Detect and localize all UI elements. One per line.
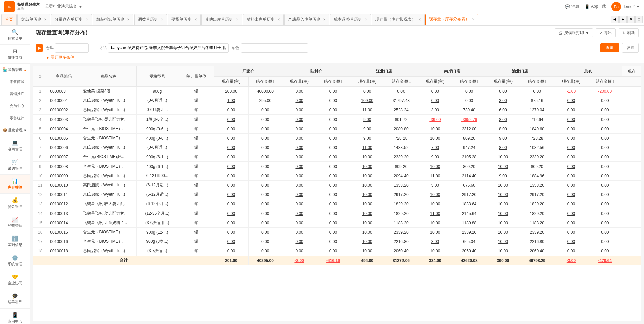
row-qty[interactable]: 0.00	[554, 228, 588, 237]
tab-home[interactable]: 首页	[1, 14, 17, 25]
row-qty[interactable]: 0.00	[282, 143, 316, 152]
row-qty[interactable]: 10.00	[486, 209, 520, 218]
row-qty[interactable]: 11.00	[418, 171, 452, 181]
row-qty[interactable]: 0.00	[486, 87, 520, 96]
row-qty[interactable]: 8.00	[486, 143, 520, 152]
print-btn[interactable]: 🖨 按模板打印 ▼	[555, 28, 593, 37]
row-qty[interactable]: 8.00	[486, 124, 520, 134]
row-qty[interactable]: 0.00	[214, 218, 249, 228]
row-qty[interactable]: 10.00	[418, 190, 452, 199]
sidebar-item-ecommerce[interactable]: 💻 电商管理	[0, 136, 30, 155]
row-qty[interactable]: 6.00	[486, 105, 520, 115]
close-icon[interactable]: ✕	[418, 18, 421, 21]
col-gear[interactable]: ⚙	[33, 66, 47, 87]
row-qty[interactable]: 0.00	[214, 237, 249, 246]
row-qty[interactable]: 9.00	[350, 115, 384, 124]
settings-btn[interactable]: 设置	[622, 43, 639, 53]
sidebar-item-inventory[interactable]: 📊 库存核算	[0, 175, 30, 194]
row-qty[interactable]: 0.00	[214, 162, 249, 171]
sidebar-item-retail[interactable]: 🏪 零售管理 ▲	[0, 64, 30, 76]
row-qty[interactable]: -39.00	[418, 115, 452, 124]
row-qty[interactable]: 0.00	[282, 237, 316, 246]
close-icon[interactable]: ✕	[44, 18, 47, 21]
sidebar-item-collab[interactable]: 🤝 企业协同	[0, 270, 30, 289]
row-qty[interactable]: 10.00	[486, 237, 520, 246]
row-qty[interactable]: 0.00	[214, 105, 249, 115]
row-qty[interactable]: 0.00	[214, 143, 249, 152]
row-qty[interactable]: 0.00	[214, 134, 249, 143]
close-icon[interactable]: ✕	[194, 18, 197, 21]
row-qty[interactable]: 10.00	[350, 218, 384, 228]
row-qty[interactable]: 10.00	[418, 134, 452, 143]
info-icon[interactable]: ℹ	[613, 80, 614, 83]
row-qty[interactable]: 0.00	[214, 171, 249, 181]
close-icon[interactable]: ✕	[323, 18, 326, 21]
row-qty[interactable]: 0.00	[554, 115, 588, 124]
row-qty[interactable]: 10.00	[418, 218, 452, 228]
tab-close-all-btn[interactable]: ✕	[627, 16, 635, 23]
sidebar-item-retail-stats[interactable]: 零售统计	[0, 112, 30, 124]
info-icon[interactable]: ℹ	[341, 80, 342, 83]
row-qty[interactable]: 0.00	[282, 105, 316, 115]
row-qty[interactable]: 0.00	[214, 190, 249, 199]
row-qty[interactable]: 0.00	[282, 228, 316, 237]
info-icon[interactable]: ℹ	[409, 80, 411, 83]
tab-material-out[interactable]: 材料出库单历史 ✕	[243, 14, 284, 25]
row-qty[interactable]: 10.00	[350, 181, 384, 190]
app-download-btn[interactable]: 📱 App下载	[585, 4, 606, 9]
row-qty[interactable]: 10.00	[350, 190, 384, 199]
sidebar-item-basic[interactable]: ℹ️ 基础信息	[0, 232, 30, 251]
row-qty[interactable]: 10.00	[418, 162, 452, 171]
info-icon[interactable]: ℹ	[545, 80, 546, 83]
tab-other-out[interactable]: 其他出库单历史 ✕	[201, 14, 242, 25]
tab-requisition[interactable]: 要货单历史 ✕	[168, 14, 201, 25]
tab-stocktake[interactable]: 盘点单历史 ✕	[17, 14, 50, 25]
row-qty[interactable]: 0.00	[554, 209, 588, 218]
sidebar-item-purchase[interactable]: 🛒 采购管理	[0, 155, 30, 175]
row-qty[interactable]: 10.00	[350, 162, 384, 171]
tab-stock-dist[interactable]: 现存量（库存分布表） ✕	[425, 14, 478, 25]
info-icon[interactable]: ℹ	[273, 80, 274, 83]
sidebar-item-search[interactable]: 🔍 搜索英单	[0, 26, 30, 45]
row-qty[interactable]: 0.00	[282, 246, 316, 256]
row-qty[interactable]: 10.00	[350, 237, 384, 246]
row-qty[interactable]: 0.00	[554, 246, 588, 256]
row-qty[interactable]: 0.00	[282, 218, 316, 228]
row-qty[interactable]: 0.00	[214, 246, 249, 256]
sidebar-item-finance[interactable]: 💰 资金管理	[0, 194, 30, 213]
row-qty[interactable]: 0.00	[554, 162, 588, 171]
tab-product-in[interactable]: 产成品入库单历史 ✕	[284, 14, 329, 25]
info-icon[interactable]: ℹ	[477, 80, 478, 83]
sidebar-item-wholesale[interactable]: 📦 批发管理 ▼	[0, 124, 30, 136]
row-qty[interactable]: 0.00	[282, 162, 316, 171]
sidebar-item-system[interactable]: ⚙️ 系统管理	[0, 251, 30, 270]
row-qty[interactable]: 0.00	[214, 199, 249, 209]
row-qty[interactable]: 0.00	[282, 209, 316, 218]
close-icon[interactable]: ✕	[365, 18, 367, 21]
refresh-btn[interactable]: ↻ 刷新	[619, 28, 639, 37]
row-qty[interactable]: 10.00	[486, 181, 520, 190]
row-qty[interactable]: 0.00	[554, 105, 588, 115]
close-icon[interactable]: ✕	[472, 17, 475, 21]
row-qty[interactable]: 0.00	[282, 134, 316, 143]
close-icon[interactable]: ✕	[86, 18, 88, 21]
row-qty[interactable]: 3.00	[486, 96, 520, 105]
sidebar-item-guide[interactable]: 🎓 新手引导	[0, 289, 30, 309]
user-area[interactable]: Ea demo2 ▼	[611, 2, 640, 11]
row-qty[interactable]: 0.00	[282, 124, 316, 134]
row-qty[interactable]: 7.00	[418, 143, 452, 152]
message-btn[interactable]: 💬 消息	[565, 4, 579, 9]
row-qty[interactable]: 200.00	[214, 87, 249, 96]
warehouse-input[interactable]	[55, 43, 89, 53]
row-qty[interactable]: 10.00	[486, 246, 520, 256]
row-qty[interactable]: 0.00	[282, 199, 316, 209]
row-qty[interactable]: 11.00	[350, 143, 384, 152]
row-qty[interactable]: 10.00	[486, 228, 520, 237]
row-qty[interactable]: 0.00	[282, 96, 316, 105]
row-qty[interactable]: 0.00	[554, 181, 588, 190]
row-qty[interactable]: 0.00	[554, 237, 588, 246]
warehouse-dots-btn[interactable]: ···	[90, 46, 96, 50]
row-qty[interactable]: 10.00	[486, 162, 520, 171]
row-qty[interactable]: 0.00	[282, 190, 316, 199]
row-qty[interactable]: 9.00	[486, 134, 520, 143]
